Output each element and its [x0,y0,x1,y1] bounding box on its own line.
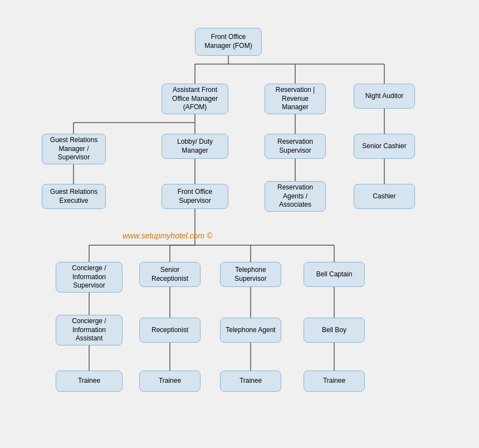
node-cashier: Cashier [354,184,415,209]
node-ts: Telephone Supervisor [220,262,281,287]
node-rec: Receptionist [139,318,201,343]
node-fom: Front Office Manager (FOM) [195,28,262,56]
node-sc: Senior Cashier [354,134,415,159]
node-gre: Guest Relations Executive [42,184,106,209]
node-afom: Assistant Front Office Manager (AFOM) [162,84,228,114]
node-tr1: Trainee [56,371,123,392]
node-rs: Reservation Supervisor [265,134,326,159]
node-grm: Guest Relations Manager / Supervisor [42,134,106,164]
org-chart: Front Office Manager (FOM)Assistant Fron… [11,22,468,407]
watermark: www.setupmyhotel.com © [123,231,212,240]
node-tr2: Trainee [139,371,201,392]
node-raa: Reservation Agents / Associates [265,181,326,212]
node-sr: Senior Receptionist [139,262,201,287]
node-cia: Concierge / Information Assistant [56,315,123,345]
node-tr3: Trainee [220,371,281,392]
node-bc: Bell Captain [304,262,365,287]
node-tr4: Trainee [304,371,365,392]
node-ldm: Lobby/ Duty Manager [162,134,228,159]
node-ta: Telephone Agent [220,318,281,343]
node-rrm: Reservation | Revenue Manager [265,84,326,114]
node-fos: Front Office Supervisor [162,184,228,209]
connectors-svg [11,22,468,407]
node-bb: Bell Boy [304,318,365,343]
node-na: Night Auditor [354,84,415,109]
node-cis: Concierge / Information Supervisor [56,262,123,293]
